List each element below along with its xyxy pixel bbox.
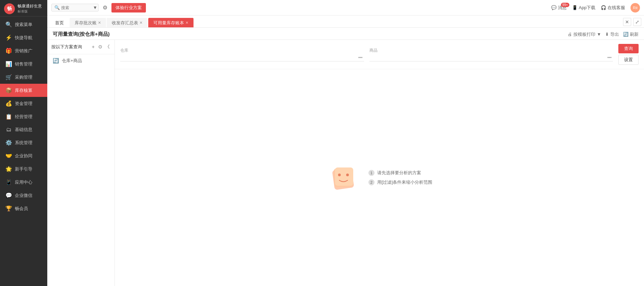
tab-expand-btn[interactable]: ⤢ <box>633 18 641 26</box>
sidebar-item-label: 企业微信 <box>15 192 32 199</box>
app-icon: 📱 <box>572 5 577 10</box>
filter-header-label: 按以下方案查询 <box>51 44 82 50</box>
sidebar-item-search[interactable]: 🔍 搜索菜单 <box>0 18 47 31</box>
member-icon: 🏆 <box>5 205 12 212</box>
filter-item-warehouse-product[interactable]: 🔄 仓库+商品 <box>47 54 114 67</box>
filter-settings-icon[interactable]: ⊙ <box>98 43 103 51</box>
apps-icon: 📱 <box>5 179 12 185</box>
sidebar-item-inventory[interactable]: 📦 库存核算 <box>0 84 47 97</box>
sidebar-item-label: 基础信息 <box>15 127 32 133</box>
user-avatar[interactable]: Rit <box>630 3 640 12</box>
operations-icon: 📋 <box>5 113 12 120</box>
brand-edition: 标准版 <box>18 9 42 14</box>
settings-button[interactable]: 设置 <box>618 55 639 65</box>
tab-collection-summary-close[interactable]: ✕ <box>139 21 143 25</box>
message-button[interactable]: 💬 消息 99+ <box>551 5 567 11</box>
empty-tip-2: 2 用[过滤]条件来缩小分析范围 <box>368 179 432 185</box>
enterprise-icon: 🤝 <box>5 153 12 159</box>
topbar-settings-icon[interactable]: ⚙ <box>101 4 109 11</box>
sidebar-item-marketing[interactable]: 🎁 营销推广 <box>0 44 47 57</box>
tip-num-2: 2 <box>368 179 375 185</box>
svg-point-3 <box>338 174 341 176</box>
sidebar-item-label: 快捷导航 <box>15 35 32 41</box>
filter-add-icon[interactable]: ＋ <box>90 43 96 51</box>
topbar-search-input[interactable] <box>61 5 92 10</box>
app-download-label: App下载 <box>579 5 595 11</box>
sidebar-item-system[interactable]: ⚙️ 系统管理 <box>0 136 47 149</box>
sidebar-item-finance[interactable]: 💰 资金管理 <box>0 97 47 110</box>
print-dropdown-icon: ▼ <box>597 32 601 37</box>
sidebar-nav: 🔍 搜索菜单 ⚡ 快捷导航 🎁 营销推广 📊 销售管理 🛒 采购管理 📦 库存核… <box>0 17 47 286</box>
query-button[interactable]: 查询 <box>618 44 639 53</box>
sidebar: 畅 畅康通好生意 标准版 🔍 搜索菜单 ⚡ 快捷导航 🎁 营销推广 📊 销售管理… <box>0 0 47 286</box>
sidebar-item-member[interactable]: 🏆 畅会员 <box>0 202 47 215</box>
sidebar-brand: 畅 畅康通好生意 标准版 <box>0 0 47 17</box>
sidebar-item-guide[interactable]: 🌟 新手引导 <box>0 162 47 176</box>
sidebar-item-wechat[interactable]: 💬 企业微信 <box>0 189 47 202</box>
message-icon: 💬 <box>551 5 557 10</box>
page-header: 可用量查询(按仓库+商品) 🖨 按模板打印 ▼ ⬇ 导出 🔄 刷新 <box>47 28 644 40</box>
tab-close-btn[interactable]: ✕ <box>623 18 631 26</box>
brand-icon: 畅 <box>4 3 15 14</box>
topbar-search-box[interactable]: 🔍 ▼ <box>51 4 99 11</box>
print-icon: 🖨 <box>568 32 572 37</box>
sidebar-item-label: 经营管理 <box>15 114 32 120</box>
refresh-label: 刷新 <box>630 31 639 37</box>
refresh-button[interactable]: 🔄 刷新 <box>623 31 639 37</box>
tab-available-ledger[interactable]: 可用量库存账本 ✕ <box>148 18 194 27</box>
print-label: 按模板打印 <box>573 31 595 37</box>
empty-state: 1 请先选择要分析的方案 2 用[过滤]条件来缩小分析范围 <box>115 69 644 286</box>
sidebar-item-label: 采购管理 <box>15 74 32 80</box>
sidebar-item-basic[interactable]: 🗂 基础信息 <box>0 123 47 136</box>
guide-icon: 🌟 <box>5 166 12 172</box>
query-actions: 查询 设置 <box>618 44 639 65</box>
export-label: 导出 <box>610 31 619 37</box>
content-area: 按以下方案查询 ＋ ⊙ 《 🔄 仓库+商品 仓库 <box>47 40 644 286</box>
product-input[interactable] <box>371 55 608 60</box>
customer-service-button[interactable]: 🎧 在线客服 <box>601 5 625 11</box>
product-label: 商品 <box>369 48 613 53</box>
tab-available-ledger-label: 可用量库存账本 <box>153 20 184 26</box>
tabs-right-controls: ✕ ⤢ <box>623 18 644 27</box>
message-badge: 99+ <box>561 3 569 7</box>
export-button[interactable]: ⬇ 导出 <box>605 31 619 37</box>
warehouse-more-btn[interactable]: ••• <box>358 55 363 60</box>
tab-collection-summary-label: 收发存汇总表 <box>112 20 138 26</box>
warehouse-label: 仓库 <box>120 48 364 53</box>
print-button[interactable]: 🖨 按模板打印 ▼ <box>568 31 601 37</box>
product-field: 商品 ••• <box>369 48 613 61</box>
customer-service-label: 在线客服 <box>608 5 625 11</box>
sidebar-item-operations[interactable]: 📋 经营管理 <box>0 110 47 123</box>
tab-home[interactable]: 首页 <box>50 18 69 27</box>
tab-collection-summary[interactable]: 收发存汇总表 ✕ <box>107 18 148 27</box>
sidebar-item-apps[interactable]: 📱 应用中心 <box>0 176 47 189</box>
sidebar-item-label: 企业协同 <box>15 153 32 159</box>
trial-button[interactable]: 体验行业方案 <box>111 3 146 12</box>
warehouse-field: 仓库 ••• <box>120 48 364 61</box>
sidebar-item-purchase[interactable]: 🛒 采购管理 <box>0 71 47 84</box>
product-more-btn[interactable]: ••• <box>607 55 612 60</box>
tab-available-ledger-close[interactable]: ✕ <box>185 21 188 25</box>
shortcut-icon: ⚡ <box>5 34 12 41</box>
filter-collapse-icon[interactable]: 《 <box>104 43 110 51</box>
sidebar-item-enterprise[interactable]: 🤝 企业协同 <box>0 149 47 162</box>
sidebar-item-sales[interactable]: 📊 销售管理 <box>0 57 47 71</box>
svg-rect-2 <box>335 167 353 186</box>
tab-batch-account-close[interactable]: ✕ <box>98 21 101 25</box>
tip-text-2: 用[过滤]条件来缩小分析范围 <box>377 179 432 185</box>
topbar-search-dropdown[interactable]: ▼ <box>93 5 97 10</box>
inventory-icon: 📦 <box>5 87 12 94</box>
right-panel: 仓库 ••• 商品 ••• 查询 设置 <box>115 40 644 286</box>
sidebar-item-shortcut[interactable]: ⚡ 快捷导航 <box>0 31 47 44</box>
app-download-button[interactable]: 📱 App下载 <box>572 5 595 11</box>
tabs-bar: 首页 库存批次账 ✕ 收发存汇总表 ✕ 可用量库存账本 ✕ ✕ ⤢ <box>47 16 644 28</box>
warehouse-input[interactable] <box>122 55 358 60</box>
sidebar-item-label: 资金管理 <box>15 101 32 107</box>
filter-panel: 按以下方案查询 ＋ ⊙ 《 🔄 仓库+商品 <box>47 40 115 286</box>
tab-batch-account[interactable]: 库存批次账 ✕ <box>70 18 106 27</box>
username-text: Rit <box>633 6 637 10</box>
sidebar-item-label: 应用中心 <box>15 179 32 185</box>
marketing-icon: 🎁 <box>5 48 12 54</box>
sidebar-item-label: 畅会员 <box>15 206 28 212</box>
brand-name: 畅康通好生意 <box>18 4 42 9</box>
